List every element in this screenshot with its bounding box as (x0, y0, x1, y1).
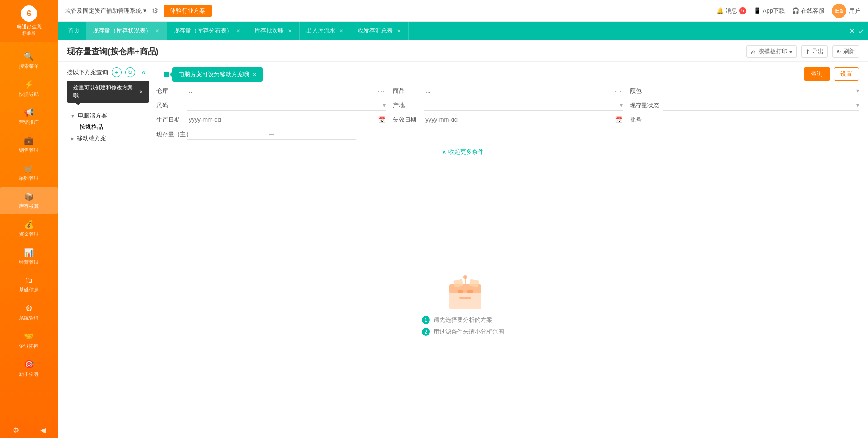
sidebar-item-label: 营销推广 (19, 119, 39, 126)
chevron-down-icon: ▾ (143, 7, 146, 14)
sidebar-item-search[interactable]: 🔍 搜索菜单 (0, 47, 58, 74)
warehouse-more-icon[interactable]: ⋯ (377, 87, 386, 95)
origin-dropdown-icon[interactable]: ▾ (620, 102, 623, 108)
prod-date-calendar-icon[interactable]: 📅 (378, 116, 386, 123)
stock-main-to-input[interactable] (276, 129, 356, 139)
tab-close-inventory-dist[interactable]: ✕ (235, 28, 241, 34)
exp-date-calendar-icon[interactable]: 📅 (615, 116, 623, 123)
tab-inout-flow[interactable]: 出入库流水 ✕ (300, 22, 351, 40)
refresh-icon: ↻ (836, 48, 841, 55)
bell-icon: 🔔 (717, 7, 724, 14)
scheme-by-spec[interactable]: 按规格品 (76, 122, 149, 132)
product-input-wrap[interactable]: ⋯ (424, 85, 622, 96)
warehouse-input[interactable] (187, 85, 376, 96)
sidebar-item-inventory[interactable]: 📦 库存核算 (0, 187, 58, 214)
stock-main-input-wrap[interactable]: — (187, 129, 356, 140)
system-selector[interactable]: 装备及固定资产辅助管理系统 ▾ (65, 7, 146, 15)
scheme-tooltip-close[interactable]: × (139, 88, 143, 95)
printer-icon: 🖨 (750, 48, 756, 55)
sidebar-item-label: 搜索菜单 (19, 63, 39, 70)
color-input[interactable] (660, 85, 854, 96)
online-support-action[interactable]: 🎧 在线客服 (792, 7, 825, 15)
stock-status-input-wrap[interactable]: ▾ (663, 100, 859, 111)
handshake-icon: 🤝 (24, 331, 34, 341)
svg-rect-6 (459, 297, 471, 299)
scheme-mobile[interactable]: ▶ 移动端方案 (67, 132, 149, 144)
tab-close-receipt-summary[interactable]: ✕ (396, 28, 402, 34)
tab-inventory-status[interactable]: 现存量（库存状况表） ✕ (86, 22, 167, 40)
sidebar-collapse-btn[interactable]: ◀ (40, 426, 46, 434)
step-1-num: 1 (422, 316, 430, 324)
user-initial-badge: Ea (832, 4, 846, 18)
sidebar-item-finance[interactable]: 💰 资金管理 (0, 215, 58, 242)
product-label: 商品 (393, 87, 420, 95)
filter-refresh-scheme-btn[interactable]: ↻ (125, 67, 135, 77)
batch-no-input-wrap[interactable] (660, 114, 859, 125)
messages-action[interactable]: 🔔 消息 6 (717, 7, 746, 15)
sidebar-item-enterprise[interactable]: 🤝 企业协同 (0, 327, 58, 354)
tab-receipt-summary-label: 收发存汇总表 (358, 27, 393, 35)
origin-input-wrap[interactable]: ▾ (424, 100, 622, 111)
prod-date-input[interactable] (187, 114, 376, 125)
origin-input[interactable] (424, 100, 618, 110)
filter-back-btn[interactable]: « (139, 67, 149, 77)
product-more-icon[interactable]: ⋯ (614, 87, 623, 95)
header-settings-icon[interactable]: ⚙ (152, 6, 158, 15)
tab-close-all-btn[interactable]: ✕ (849, 27, 855, 35)
color-label: 颜色 (630, 87, 657, 95)
tab-inventory-dist[interactable]: 现存量（库存分布表） ✕ (167, 22, 248, 40)
color-input-wrap[interactable]: ▾ (660, 85, 859, 96)
sidebar-footer: ⚙ ◀ (0, 422, 58, 438)
color-dropdown-icon[interactable]: ▾ (856, 88, 859, 94)
exp-date-input-wrap[interactable]: 📅 (424, 114, 622, 125)
scheme-desktop[interactable]: ▼ 电脑端方案 (67, 110, 149, 122)
filter-header: 按以下方案查询 + ↻ « (67, 67, 149, 77)
template-print-btn[interactable]: 🖨 按模板打印 ▾ (746, 45, 797, 58)
search-button[interactable]: 查询 (804, 67, 830, 81)
stock-status-dropdown-icon[interactable]: ▾ (856, 102, 859, 108)
search-icon: 🔍 (24, 52, 34, 61)
export-btn[interactable]: ⬆ 导出 (801, 45, 828, 58)
settings-button[interactable]: 设置 (834, 67, 859, 81)
sidebar-nav: 🔍 搜索菜单 ⚡ 快捷导航 📢 营销推广 💼 销售管理 🛒 采购管理 📦 库存核… (0, 42, 58, 422)
sidebar-item-label: 企业协同 (19, 343, 39, 349)
user-avatar-area[interactable]: Ea 用户 (832, 4, 861, 18)
batch-no-input[interactable] (660, 114, 859, 125)
scheme-mobile-tooltip-close[interactable]: × (253, 71, 256, 78)
sidebar-settings-btn[interactable]: ⚙ (13, 426, 19, 434)
size-input-wrap[interactable]: ▾ (187, 100, 386, 111)
sidebar-item-system[interactable]: ⚙ 系统管理 (0, 299, 58, 326)
sidebar-item-base[interactable]: 🗂 基础信息 (0, 271, 58, 298)
stock-main-separator: — (269, 131, 274, 137)
sidebar-item-quick-nav[interactable]: ⚡ 快捷导航 (0, 75, 58, 102)
tab-close-inout-flow[interactable]: ✕ (338, 28, 344, 34)
stock-status-input[interactable] (663, 100, 854, 110)
tab-home[interactable]: 首页 (61, 22, 86, 40)
trial-button[interactable]: 体验行业方案 (164, 5, 212, 17)
empty-step-2: 2 用过滤条件来缩小分析范围 (422, 326, 504, 338)
size-input[interactable] (187, 100, 381, 110)
scheme-mobile-tooltip-text: 电脑方案可设为移动方案哦 (179, 71, 249, 79)
tab-close-inventory-status[interactable]: ✕ (154, 28, 160, 34)
sidebar-item-ops[interactable]: 📊 经营管理 (0, 243, 58, 270)
app-download-action[interactable]: 📱 App下载 (754, 7, 785, 15)
sidebar-item-marketing[interactable]: 📢 营销推广 (0, 103, 58, 130)
refresh-btn[interactable]: ↻ 刷新 (832, 45, 859, 58)
size-dropdown-icon[interactable]: ▾ (383, 102, 386, 108)
exp-date-input[interactable] (424, 114, 613, 125)
sidebar-item-purchase[interactable]: 🛒 采购管理 (0, 159, 58, 186)
prod-date-input-wrap[interactable]: 📅 (187, 114, 386, 125)
filter-stock-status: 现存量状态 ▾ (630, 100, 859, 111)
tab-close-batch-account[interactable]: ✕ (287, 28, 293, 34)
tab-batch-account[interactable]: 库存批次账 ✕ (248, 22, 300, 40)
step-1-text: 请先选择要分析的方案 (434, 314, 492, 326)
sidebar-item-sales[interactable]: 💼 销售管理 (0, 131, 58, 158)
sidebar-item-guide[interactable]: 🎯 新手引导 (0, 355, 58, 382)
filter-add-scheme-btn[interactable]: + (112, 67, 122, 77)
warehouse-input-wrap[interactable]: ⋯ (187, 85, 386, 96)
tab-receipt-summary[interactable]: 收发存汇总表 ✕ (351, 22, 409, 40)
product-input[interactable] (424, 85, 612, 96)
collapse-bar[interactable]: ∧ 收起更多条件 (67, 144, 859, 160)
stock-main-from-input[interactable] (187, 129, 267, 139)
tab-expand-btn[interactable]: ⤢ (859, 27, 864, 35)
